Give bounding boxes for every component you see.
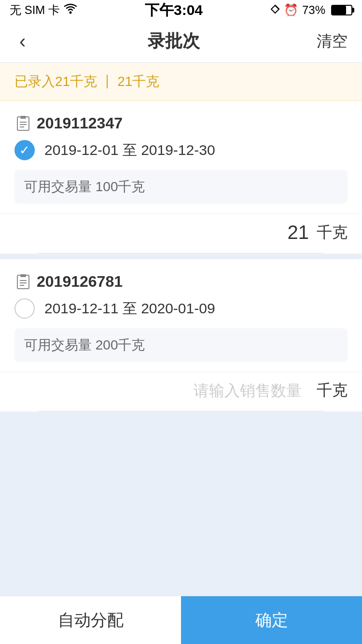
bottom-bar: 自动分配 确定 <box>0 596 362 644</box>
batch2-radio[interactable] <box>14 298 35 319</box>
svg-rect-1 <box>17 117 29 130</box>
batch2-card: 2019126781 2019-12-11 至 2020-01-09 可用交易量… <box>0 259 362 411</box>
nav-bar: ‹ 录批次 清空 <box>0 20 362 63</box>
batch2-date-row: 2019-12-11 至 2020-01-09 <box>14 298 348 319</box>
batch2-separator <box>39 411 323 411</box>
svg-rect-2 <box>20 116 26 119</box>
battery-percent: 73% <box>302 3 325 17</box>
batch1-date-row: 2019-12-01 至 2019-12-30 <box>14 140 348 160</box>
batch2-icon <box>14 273 32 291</box>
batch1-header: 2019112347 <box>14 114 348 132</box>
clear-button[interactable]: 清空 <box>317 31 348 52</box>
batch1-number: 2019112347 <box>37 114 123 132</box>
batch1-available: 可用交易量 100千克 <box>14 170 348 204</box>
batch2-qty-input[interactable] <box>14 382 309 400</box>
total-qty: 21千克 <box>117 72 159 91</box>
battery-icon <box>331 5 352 15</box>
card-gap <box>0 254 362 259</box>
location-icon <box>270 3 280 17</box>
batch1-icon <box>14 115 32 132</box>
batch2-header: 2019126781 <box>14 273 348 291</box>
recorded-qty: 已录入21千克 <box>14 72 97 91</box>
batch1-separator <box>39 253 323 253</box>
confirm-button[interactable]: 确定 <box>181 596 362 644</box>
batch1-inner: 2019112347 2019-12-01 至 2019-12-30 可用交易量… <box>0 101 362 204</box>
batch2-available: 可用交易量 200千克 <box>14 328 348 362</box>
wifi-icon <box>64 3 77 17</box>
batch1-qty-row: 21 千克 <box>0 213 362 253</box>
sim-text: 无 SIM 卡 <box>10 2 60 18</box>
info-banner: 已录入21千克 21千克 <box>0 63 362 101</box>
status-bar-time: 下午3:04 <box>145 0 203 20</box>
batch2-date: 2019-12-11 至 2020-01-09 <box>44 299 215 319</box>
auto-distribute-button[interactable]: 自动分配 <box>0 596 181 644</box>
batch2-qty-unit: 千克 <box>317 380 348 401</box>
batch1-qty-value: 21 <box>288 222 309 243</box>
svg-rect-7 <box>20 274 26 277</box>
alarm-icon: ⏰ <box>284 3 298 17</box>
batch1-date: 2019-12-01 至 2019-12-30 <box>44 140 215 160</box>
batch1-card: 2019112347 2019-12-01 至 2019-12-30 可用交易量… <box>0 101 362 253</box>
svg-rect-6 <box>17 275 29 289</box>
background-area <box>0 412 362 620</box>
batch2-number: 2019126781 <box>37 273 123 291</box>
status-bar-left: 无 SIM 卡 <box>10 2 77 18</box>
batch1-qty-unit: 千克 <box>317 222 348 243</box>
svg-point-0 <box>70 12 72 14</box>
batch1-radio[interactable] <box>14 140 35 160</box>
page-title: 录批次 <box>148 29 200 53</box>
status-bar: 无 SIM 卡 下午3:04 ⏰ 73% <box>0 0 362 20</box>
banner-divider <box>107 75 108 88</box>
back-button[interactable]: ‹ <box>14 26 30 57</box>
status-bar-right: ⏰ 73% <box>270 3 352 17</box>
batch2-inner: 2019126781 2019-12-11 至 2020-01-09 可用交易量… <box>0 259 362 362</box>
batch2-qty-input-row: 千克 <box>0 372 362 411</box>
